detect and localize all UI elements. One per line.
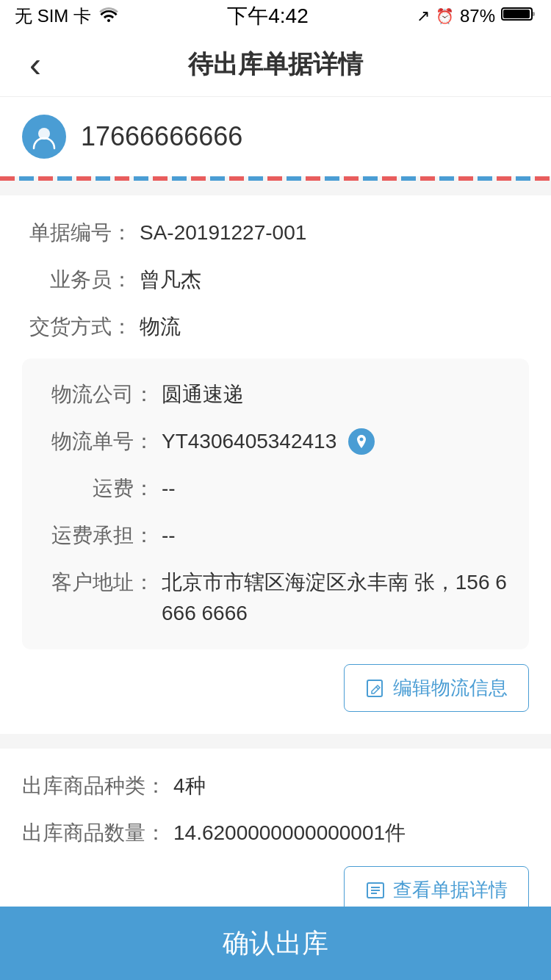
salesperson-label: 业务员：: [22, 264, 140, 295]
status-bar: 无 SIM 卡 下午4:42 ↗ ⏰ 87%: [0, 0, 551, 32]
dashed-divider: [0, 176, 551, 181]
customer-phone: 17666666666: [81, 121, 242, 152]
basic-info-section: 单据编号： SA-20191227-001 业务员： 曾凡杰 交货方式： 物流 …: [0, 195, 551, 734]
svg-rect-2: [532, 12, 535, 16]
freight-row: 运费： --: [44, 473, 507, 504]
address-label: 客户地址：: [44, 567, 162, 598]
tracking-location-icon[interactable]: [348, 428, 375, 455]
delivery-method-value: 物流: [140, 311, 529, 342]
alarm-icon: ⏰: [436, 7, 454, 25]
wifi-icon: [98, 6, 119, 26]
back-button[interactable]: ‹: [22, 37, 48, 92]
tracking-value: YT4306405342413: [162, 426, 507, 457]
carrier-label: 无 SIM 卡: [15, 4, 91, 28]
tracking-number: YT4306405342413: [162, 426, 336, 457]
doc-number-label: 单据编号：: [22, 217, 140, 248]
goods-quantity-row: 出库商品数量： 14.6200000000000001件: [22, 818, 529, 849]
battery-label: 87%: [460, 6, 495, 26]
salesperson-row: 业务员： 曾凡杰: [22, 264, 529, 295]
freight-value: --: [162, 473, 507, 504]
confirm-btn-label: 确认出库: [223, 926, 328, 962]
delivery-method-row: 交货方式： 物流: [22, 311, 529, 342]
address-value: 北京市市辖区海淀区永丰南 张，156 6666 6666: [162, 567, 507, 629]
location-status-icon: ↗: [417, 7, 430, 26]
svg-rect-1: [503, 10, 530, 18]
status-time: 下午4:42: [227, 2, 309, 30]
status-left: 无 SIM 卡: [15, 4, 119, 28]
goods-quantity-value: 14.6200000000000001件: [173, 818, 529, 849]
goods-types-label: 出库商品种类：: [22, 771, 173, 801]
edit-logistics-button[interactable]: 编辑物流信息: [344, 664, 529, 712]
logistics-company-row: 物流公司： 圆通速递: [44, 379, 507, 410]
freight-label: 运费：: [44, 473, 162, 504]
customer-header: 17666666666: [0, 97, 551, 176]
tracking-label: 物流单号：: [44, 426, 162, 457]
delivery-method-label: 交货方式：: [22, 311, 140, 342]
view-detail-label: 查看单据详情: [393, 877, 508, 903]
tracking-row: 物流单号： YT4306405342413: [44, 426, 507, 457]
nav-bar: ‹ 待出库单据详情: [0, 32, 551, 97]
status-right: ↗ ⏰ 87%: [417, 5, 536, 27]
battery-icon: [501, 5, 536, 27]
edit-btn-row: 编辑物流信息: [22, 664, 529, 712]
doc-number-row: 单据编号： SA-20191227-001: [22, 217, 529, 248]
avatar: [22, 115, 66, 159]
goods-quantity-label: 出库商品数量：: [22, 818, 173, 849]
edit-logistics-label: 编辑物流信息: [393, 675, 508, 701]
page-title: 待出库单据详情: [188, 48, 363, 82]
freight-bear-row: 运费承担： --: [44, 520, 507, 551]
address-row: 客户地址： 北京市市辖区海淀区永丰南 张，156 6666 6666: [44, 567, 507, 629]
freight-bear-value: --: [162, 520, 507, 551]
logistics-card: 物流公司： 圆通速递 物流单号： YT4306405342413 运费： -- …: [22, 359, 529, 649]
logistics-company-value: 圆通速递: [162, 379, 507, 410]
logistics-company-label: 物流公司：: [44, 379, 162, 410]
confirm-btn-bar[interactable]: 确认出库: [0, 907, 551, 980]
freight-bear-label: 运费承担：: [44, 520, 162, 551]
doc-number-value: SA-20191227-001: [140, 217, 529, 248]
salesperson-value: 曾凡杰: [140, 264, 529, 295]
goods-types-row: 出库商品种类： 4种: [22, 771, 529, 801]
goods-types-value: 4种: [173, 771, 529, 801]
